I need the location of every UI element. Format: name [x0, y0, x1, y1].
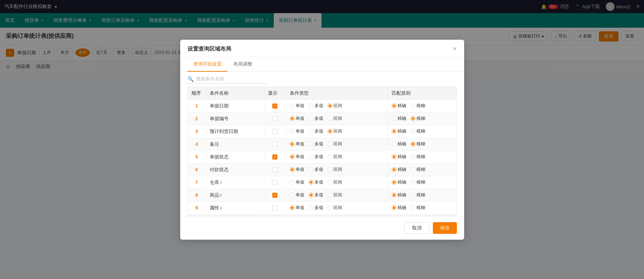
dialog-close-btn[interactable]: ×: [453, 46, 457, 52]
dialog-header: 设置查询区域布局 ×: [180, 40, 464, 57]
tab-query-fields-label: 查询字段设置: [193, 61, 222, 67]
dialog-search: 🔍: [180, 72, 464, 74]
dialog-title: 设置查询区域布局: [187, 46, 231, 52]
tab-layout[interactable]: 布局调整: [228, 57, 258, 72]
modal-overlay: 设置查询区域布局 × 查询字段设置 布局调整 🔍 顺序 条件名称 显示: [0, 0, 644, 73]
tab-query-fields[interactable]: 查询字段设置: [187, 57, 228, 72]
settings-dialog: 设置查询区域布局 × 查询字段设置 布局调整 🔍 顺序 条件名称 显示: [180, 40, 464, 74]
tab-layout-label: 布局调整: [233, 61, 252, 67]
dialog-tabs: 查询字段设置 布局调整: [180, 57, 464, 72]
